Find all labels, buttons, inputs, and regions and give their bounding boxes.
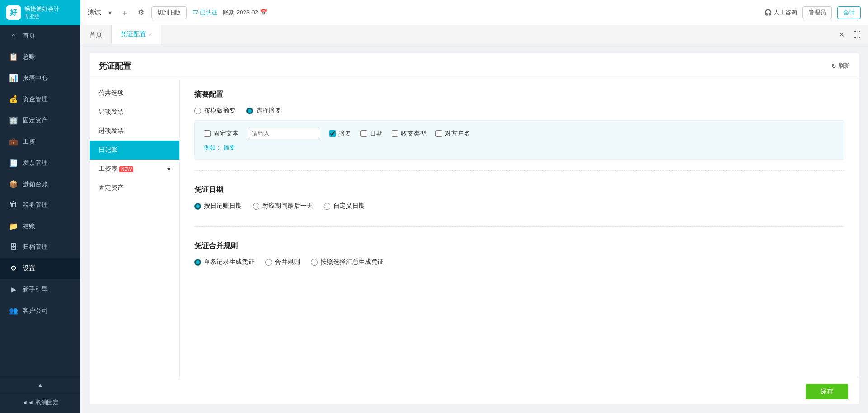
app-logo-text: 畅捷通好会计 专业版 bbox=[24, 5, 60, 19]
sidebar-item-extra[interactable]: 👥 客户公司 bbox=[0, 300, 80, 321]
save-button[interactable]: 保存 bbox=[806, 384, 848, 399]
radio-journal-date[interactable]: 按日记账日期 bbox=[194, 202, 242, 210]
radio-select-summary[interactable]: 按照选择汇总生成凭证 bbox=[311, 258, 384, 266]
guide-icon: ▶ bbox=[9, 285, 18, 294]
checkbox-counterpart[interactable]: 对方户名 bbox=[435, 130, 470, 138]
invoice_mgmt-icon: 🧾 bbox=[9, 159, 18, 167]
header-dropdown-button[interactable]: ▾ bbox=[107, 7, 113, 18]
date-radio-group: 按日记账日期 对应期间最后一天 自定义日期 bbox=[194, 202, 844, 210]
checkbox-date[interactable]: 日期 bbox=[360, 130, 382, 138]
shield-icon: 🛡 bbox=[192, 9, 198, 16]
sales_purchase-icon: 📦 bbox=[9, 180, 18, 188]
header-consult-button[interactable]: 🎧 人工咨询 bbox=[764, 9, 797, 17]
checkbox-summary[interactable]: 摘要 bbox=[329, 130, 351, 138]
header-role-button[interactable]: 会计 bbox=[837, 6, 861, 19]
sidebar-item-closing[interactable]: 📁 结账 bbox=[0, 216, 80, 237]
sidebar-up-button[interactable]: ▲ bbox=[34, 380, 47, 390]
capital-icon: 💰 bbox=[9, 95, 18, 103]
tab-expand-button[interactable]: ⛶ bbox=[850, 29, 864, 41]
config-nav-journal[interactable]: 日记账 bbox=[90, 141, 179, 160]
config-nav-fixed_assets[interactable]: 固定资产 bbox=[90, 178, 179, 197]
merge-section-title: 凭证合并规则 bbox=[194, 241, 844, 251]
header-settings-button[interactable]: ⚙ bbox=[136, 6, 146, 19]
sidebar-item-sales_purchase[interactable]: 📦 进销台账 bbox=[0, 174, 80, 195]
tab-home[interactable]: 首页 bbox=[80, 25, 112, 44]
radio-template-input[interactable] bbox=[194, 108, 201, 114]
ledger-icon: 📋 bbox=[9, 52, 18, 61]
summary-checkbox[interactable] bbox=[329, 130, 336, 137]
cancel-fixed-button[interactable]: ◄◄ 取消固定 bbox=[16, 396, 64, 409]
sidebar-item-reports[interactable]: 📊 报表中心 bbox=[0, 67, 80, 89]
tab-voucher-config[interactable]: 凭证配置 × bbox=[112, 25, 161, 44]
tab-bar-actions: ✕ ⛶ bbox=[835, 28, 868, 41]
sidebar-item-settings[interactable]: ⚙ 设置 bbox=[0, 258, 80, 279]
header-old-version-button[interactable]: 切到旧版 bbox=[151, 6, 187, 19]
sidebar-item-capital[interactable]: 💰 资金管理 bbox=[0, 89, 80, 110]
fixed-text-input[interactable] bbox=[248, 128, 320, 139]
sidebar-item-payroll[interactable]: 💼 工资 bbox=[0, 131, 80, 152]
radio-merge-rules-input[interactable] bbox=[265, 259, 272, 266]
app-logo-icon: 好 bbox=[6, 5, 21, 20]
calendar-icon[interactable]: 📅 bbox=[260, 9, 267, 16]
radio-select-input[interactable] bbox=[246, 108, 253, 114]
sidebar-item-guide[interactable]: ▶ 新手引导 bbox=[0, 279, 80, 300]
radio-last-day[interactable]: 对应期间最后一天 bbox=[253, 202, 313, 210]
payroll-icon: 💼 bbox=[9, 137, 18, 146]
config-content: 摘要配置 按模版摘要 选择摘要 bbox=[180, 79, 859, 379]
fixed-text-checkbox[interactable] bbox=[204, 130, 211, 137]
sidebar-item-home[interactable]: ⌂ 首页 bbox=[0, 25, 80, 46]
config-nav-payroll[interactable]: 工资表NEW▾ bbox=[90, 160, 179, 178]
page-inner: 凭证配置 ↻ 刷新 公共选项销项发票进项发票日记账工资表NEW▾固定资产 bbox=[80, 44, 868, 413]
reports-icon: 📊 bbox=[9, 74, 18, 82]
checkbox-row: 固定文本 摘要 bbox=[204, 128, 835, 139]
new-badge-payroll: NEW bbox=[119, 166, 133, 172]
date-checkbox[interactable] bbox=[360, 130, 367, 137]
page-card-header: 凭证配置 ↻ 刷新 bbox=[90, 53, 859, 79]
config-nav-sales_invoice[interactable]: 销项发票 bbox=[90, 103, 179, 122]
sidebar-item-archive[interactable]: 🗄 归档管理 bbox=[0, 237, 80, 258]
radio-custom-date-input[interactable] bbox=[324, 203, 330, 210]
header-certified: 🛡 已认证 bbox=[192, 9, 217, 17]
radio-template-summary[interactable]: 按模版摘要 bbox=[194, 107, 236, 115]
checkbox-fixed-text[interactable]: 固定文本 bbox=[204, 130, 239, 138]
radio-select-summary-input[interactable] bbox=[311, 259, 318, 266]
sidebar-cancel-fixed[interactable]: ◄◄ 取消固定 bbox=[0, 392, 80, 413]
sidebar-item-ledger[interactable]: 📋 总账 bbox=[0, 46, 80, 67]
sidebar-nav-scroll: ⌂ 首页 📋 总账 📊 报表中心 💰 资金管理 🏢 固定资产 💼 工资 🧾 发票… bbox=[0, 25, 80, 378]
example-text: 例如： 摘要 bbox=[204, 144, 835, 152]
main-area: 测试 ▾ ＋ ⚙ 切到旧版 🛡 已认证 账期 2023-02 📅 🎧 人工咨询 … bbox=[80, 0, 868, 413]
counterpart-checkbox[interactable] bbox=[435, 130, 442, 137]
radio-single-record-input[interactable] bbox=[194, 259, 201, 266]
sidebar-item-fixed_assets[interactable]: 🏢 固定资产 bbox=[0, 110, 80, 131]
sidebar: 好 畅捷通好会计 专业版 ⌂ 首页 📋 总账 📊 报表中心 💰 资金管理 🏢 固… bbox=[0, 0, 80, 413]
tab-close-button[interactable]: × bbox=[149, 31, 152, 38]
config-right-scroll: 摘要配置 按模版摘要 选择摘要 bbox=[180, 79, 859, 379]
income-type-checkbox[interactable] bbox=[392, 130, 398, 137]
fixed_assets-icon: 🏢 bbox=[9, 116, 18, 125]
header-add-button[interactable]: ＋ bbox=[119, 5, 131, 20]
header-user-button[interactable]: 管理员 bbox=[802, 6, 832, 19]
header-period: 账期 2023-02 📅 bbox=[223, 9, 267, 17]
page-content: 凭证配置 ↻ 刷新 公共选项销项发票进项发票日记账工资表NEW▾固定资产 bbox=[80, 44, 868, 413]
summary-config-box: 固定文本 摘要 bbox=[194, 120, 844, 160]
sidebar-item-tax[interactable]: 🏛 税务管理 bbox=[0, 195, 80, 216]
radio-last-day-input[interactable] bbox=[253, 203, 259, 210]
summary-section-title: 摘要配置 bbox=[194, 90, 844, 99]
radio-select-summary[interactable]: 选择摘要 bbox=[246, 107, 281, 115]
config-nav-public[interactable]: 公共选项 bbox=[90, 84, 179, 103]
date-section: 凭证日期 按日记账日期 对应期间最后一天 bbox=[194, 185, 844, 227]
config-nav-purchase_invoice[interactable]: 进项发票 bbox=[90, 122, 179, 141]
radio-merge-rules[interactable]: 合并规则 bbox=[265, 258, 300, 266]
config-nav: 公共选项销项发票进项发票日记账工资表NEW▾固定资产 bbox=[90, 79, 180, 379]
sidebar-item-invoice_mgmt[interactable]: 🧾 发票管理 bbox=[0, 152, 80, 174]
tab-close-window-button[interactable]: ✕ bbox=[835, 28, 848, 41]
chevron-down-icon: ▾ bbox=[167, 165, 170, 173]
refresh-icon: ↻ bbox=[831, 63, 836, 70]
headset-icon: 🎧 bbox=[764, 9, 772, 16]
radio-custom-date[interactable]: 自定义日期 bbox=[324, 202, 365, 210]
radio-single-record[interactable]: 单条记录生成凭证 bbox=[194, 258, 255, 266]
checkbox-income-type[interactable]: 收支类型 bbox=[392, 130, 426, 138]
bottom-bar: 保存 bbox=[90, 379, 859, 404]
radio-journal-date-input[interactable] bbox=[194, 203, 201, 210]
refresh-button[interactable]: ↻ 刷新 bbox=[831, 62, 850, 70]
